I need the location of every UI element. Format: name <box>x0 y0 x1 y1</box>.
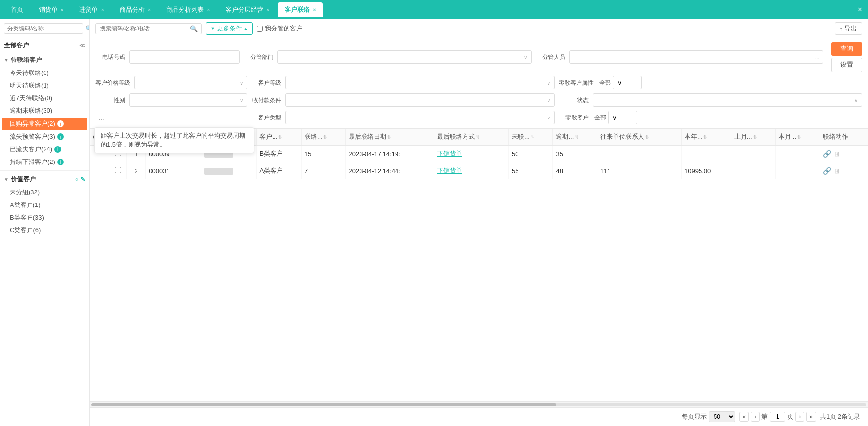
nav-item-customer-contact[interactable]: 客户联络 × <box>278 2 322 17</box>
scrollbar-track[interactable] <box>91 403 866 406</box>
filter-manager-select[interactable]: ... <box>569 50 823 64</box>
filter-icon: ▼ <box>210 26 215 31</box>
th-this-year[interactable]: 本年...⇅ <box>682 129 731 146</box>
th-level[interactable]: 客户...⇅ <box>257 129 302 146</box>
sidebar-search-area: 🔍 <box>0 19 89 38</box>
filter-price-level-select[interactable]: ∨ <box>134 76 247 89</box>
filter-department-select[interactable]: ∨ <box>277 50 532 64</box>
close-product-list-icon[interactable]: × <box>207 7 210 13</box>
sidebar-collapse-icon[interactable]: ≪ <box>79 43 85 49</box>
th-this-month[interactable]: 本月...⇅ <box>776 129 820 146</box>
prev-page-btn[interactable]: ‹ <box>751 412 760 422</box>
nav-item-home[interactable]: 首页 <box>4 2 30 17</box>
filter-row-2: 客户价格等级 ∨ 客户等级 ∨ 零散客户属性 全部 <box>95 76 862 89</box>
nav-item-product-analysis[interactable]: 商品分析 × <box>113 2 157 17</box>
sidebar-search-icon[interactable]: 🔍 <box>85 25 90 32</box>
sidebar-item-loss-warning[interactable]: 流失预警客户(3) i <box>0 131 89 143</box>
my-customer-checkbox[interactable] <box>257 26 263 32</box>
page-input[interactable] <box>770 412 785 422</box>
sidebar-item-lost[interactable]: 已流失客户(24) i <box>0 143 89 156</box>
row-last-method-0: 下销货单 <box>434 146 508 162</box>
select-all-checkbox[interactable] <box>112 133 119 139</box>
row-action-1: 🔗 ⊞ <box>820 162 868 179</box>
close-product-analysis-icon[interactable]: × <box>148 7 151 13</box>
value-edit-icon-2[interactable]: ✎ <box>80 176 85 183</box>
th-overdue[interactable]: 逾期...⇅ <box>553 129 597 146</box>
th-last-contact-method[interactable]: 最后联络方式⇅ <box>434 129 508 146</box>
row-overdue-1: 48 <box>553 162 597 179</box>
filter-gender-select[interactable]: ∨ <box>129 93 247 107</box>
sidebar-item-declining[interactable]: 持续下滑客户(2) i <box>0 156 89 168</box>
nav-item-purchase[interactable]: 进货单 × <box>72 2 110 17</box>
sidebar-item-a-class[interactable]: A类客户(1) <box>0 199 89 211</box>
nav-item-sales[interactable]: 销货单 × <box>32 2 70 17</box>
filter-search-icon[interactable]: 🔍 <box>190 25 198 32</box>
row-this-month-1 <box>776 162 820 179</box>
row-index-1: 2 <box>126 162 146 179</box>
sidebar-item-overdue[interactable]: 逾期未联络(30) <box>0 104 89 117</box>
type-chevron-icon: ∨ <box>547 115 550 120</box>
sidebar-item-b-class[interactable]: B类客户(33) <box>0 211 89 224</box>
th-name[interactable]: 客户名称⇅ <box>201 129 257 146</box>
sidebar-item-7days[interactable]: 近7天待联络(0) <box>0 92 89 104</box>
nav-item-customer-tier[interactable]: 客户分层经营 × <box>219 2 276 17</box>
page-nav: « ‹ 第 页 › » <box>739 412 816 422</box>
nav-item-product-list[interactable]: 商品分析列表 × <box>159 2 216 17</box>
sidebar-item-repurchase-anomaly[interactable]: 回购异常客户(2) i <box>2 118 87 130</box>
row-checkbox-0[interactable] <box>115 150 121 156</box>
th-contact-person[interactable]: 往来单位联系人⇅ <box>597 129 681 146</box>
filter-retail-customer-field: 零散客户 全部 ∨ <box>559 111 862 124</box>
row-contact-1: 111 <box>597 162 681 179</box>
row-grid-icon-1[interactable]: ⊞ <box>834 167 840 175</box>
row-this-year-0 <box>682 146 731 162</box>
sidebar-item-c-class[interactable]: C类客户(6) <box>0 224 89 236</box>
th-no-contact[interactable]: 未联...⇅ <box>509 129 553 146</box>
advanced-filters: 电话号码 分管部门 ∨ 分管人员 <box>90 38 868 129</box>
export-button[interactable]: ↑ 导出 <box>835 22 863 35</box>
close-customer-tier-icon[interactable]: × <box>266 7 269 13</box>
filter-more-dots[interactable]: ... <box>95 113 107 122</box>
info-icon: i <box>57 120 64 127</box>
last-page-btn[interactable]: » <box>806 412 816 422</box>
next-page-btn[interactable]: › <box>795 412 804 422</box>
query-button[interactable]: 查询 <box>831 42 862 56</box>
row-checkbox-1[interactable] <box>115 167 121 173</box>
row-grid-icon-0[interactable]: ⊞ <box>834 150 840 158</box>
close-customer-contact-icon[interactable]: × <box>313 7 316 13</box>
filter-customer-type-select[interactable]: ∨ <box>285 111 555 124</box>
per-page-select[interactable]: 50 20 100 <box>709 411 735 422</box>
th-code[interactable]: 客户编码⇅ <box>146 129 201 146</box>
th-action: 联络动作 <box>820 129 868 146</box>
filter-phone-select[interactable] <box>129 50 240 64</box>
sidebar-group-pending[interactable]: ▼ 待联络客户 <box>0 53 89 67</box>
first-page-btn[interactable]: « <box>739 412 749 422</box>
filter-more-conditions-btn[interactable]: ▼ 更多条件 ▲ <box>206 22 253 35</box>
th-last-contact-date[interactable]: 最后联络日期⇅ <box>346 129 434 146</box>
filter-customer-level-select[interactable]: ∨ <box>285 76 555 89</box>
row-level-0: B类客户 <box>257 146 302 162</box>
filter-retail-attr-select[interactable]: ∨ <box>613 76 642 89</box>
sidebar-search-input[interactable] <box>4 23 83 34</box>
price-chevron-icon: ∨ <box>240 80 243 86</box>
sidebar-all-customers[interactable]: 全部客户 ≪ <box>0 38 89 53</box>
th-index: 序 <box>126 129 146 146</box>
settings-button[interactable]: 设置 <box>831 58 862 72</box>
sidebar-item-today[interactable]: 今天待联络(0) <box>0 67 89 79</box>
close-sales-icon[interactable]: × <box>61 7 63 13</box>
filter-search-input[interactable] <box>100 25 188 32</box>
top-nav: 首页 销货单 × 进货单 × 商品分析 × 商品分析列表 × 客户分层经营 × … <box>0 0 868 19</box>
filter-status-field: 状态 ∨ <box>559 93 862 107</box>
value-edit-icon-1[interactable]: ○ <box>75 176 78 183</box>
filter-retail-customer-select[interactable]: ∨ <box>608 111 637 124</box>
filter-status-select[interactable]: ∨ <box>593 93 862 107</box>
th-contact-count[interactable]: 联络...⇅ <box>302 129 346 146</box>
th-settings[interactable]: ⚙ <box>90 129 109 146</box>
row-link-icon-1[interactable]: 🔗 <box>823 167 831 175</box>
row-link-icon-0[interactable]: 🔗 <box>823 150 831 158</box>
sidebar-item-ungroups[interactable]: 未分组(32) <box>0 186 89 199</box>
close-purchase-icon[interactable]: × <box>101 7 104 13</box>
close-all-icon[interactable]: × <box>858 5 862 14</box>
filter-payment-select[interactable]: ∨ <box>285 93 555 107</box>
th-last-month[interactable]: 上月...⇅ <box>731 129 775 146</box>
sidebar-item-tomorrow[interactable]: 明天待联络(1) <box>0 79 89 92</box>
